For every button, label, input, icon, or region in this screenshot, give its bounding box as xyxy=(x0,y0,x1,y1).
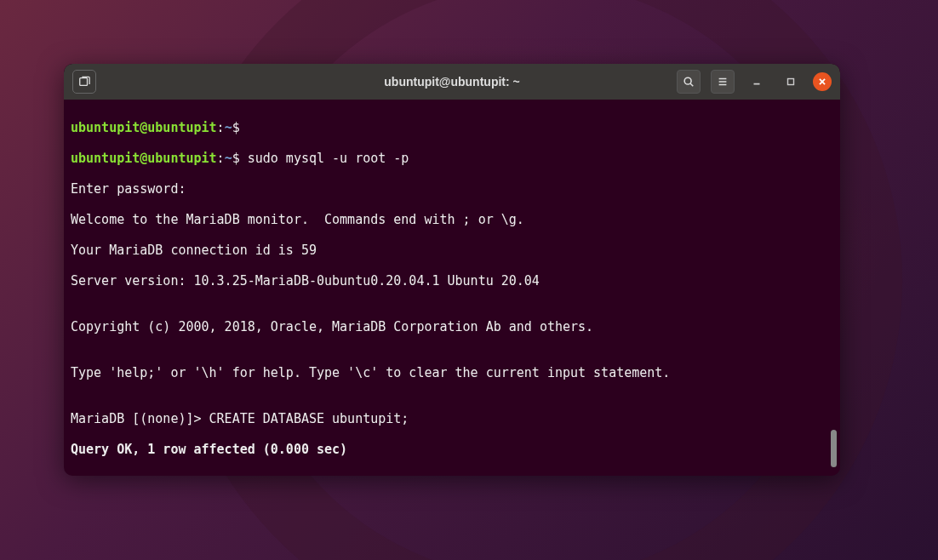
prompt-line: ubuntupit@ubuntupit:~$ xyxy=(71,120,833,135)
output-line: Welcome to the MariaDB monitor. Commands… xyxy=(71,212,833,227)
prompt-symbol: $ xyxy=(232,151,240,166)
svg-point-1 xyxy=(684,77,691,84)
maximize-button[interactable] xyxy=(779,70,803,94)
titlebar[interactable]: ubuntupit@ubuntupit: ~ xyxy=(64,64,840,100)
output-line: Copyright (c) 2000, 2018, Oracle, MariaD… xyxy=(71,319,833,334)
prompt-path: ~ xyxy=(225,151,232,166)
close-button[interactable] xyxy=(813,72,832,91)
terminal-body[interactable]: ubuntupit@ubuntupit:~$ ubuntupit@ubuntup… xyxy=(64,100,840,476)
prompt-line: ubuntupit@ubuntupit:~$ sudo mysql -u roo… xyxy=(71,151,833,166)
prompt-colon: : xyxy=(217,151,225,166)
prompt-user: ubuntupit@ubuntupit xyxy=(71,120,217,135)
output-line: MariaDB [(none)]> CREATE DATABASE ubuntu… xyxy=(71,411,833,426)
svg-line-2 xyxy=(690,83,693,86)
output-line: Enter password: xyxy=(71,181,833,197)
output-line: Type 'help;' or '\h' for help. Type '\c'… xyxy=(71,365,833,380)
new-tab-button[interactable] xyxy=(72,70,96,94)
prompt-colon: : xyxy=(217,120,225,135)
window-title: ubuntupit@ubuntupit: ~ xyxy=(384,75,519,89)
svg-rect-7 xyxy=(788,79,794,85)
svg-rect-0 xyxy=(80,78,88,86)
minimize-button[interactable] xyxy=(745,70,769,94)
search-button[interactable] xyxy=(677,70,701,94)
output-line: Server version: 10.3.25-MariaDB-0ubuntu0… xyxy=(71,273,833,289)
menu-button[interactable] xyxy=(711,70,735,94)
prompt-path: ~ xyxy=(225,120,232,135)
command-text: sudo mysql -u root -p xyxy=(248,151,409,166)
terminal-window: ubuntupit@ubuntupit: ~ xyxy=(64,64,840,476)
prompt-user: ubuntupit@ubuntupit xyxy=(71,151,217,166)
output-line: Your MariaDB connection id is 59 xyxy=(71,243,833,258)
prompt-symbol: $ xyxy=(232,120,240,135)
output-line: Query OK, 1 row affected (0.000 sec) xyxy=(71,442,833,457)
scrollbar-thumb[interactable] xyxy=(831,430,837,467)
